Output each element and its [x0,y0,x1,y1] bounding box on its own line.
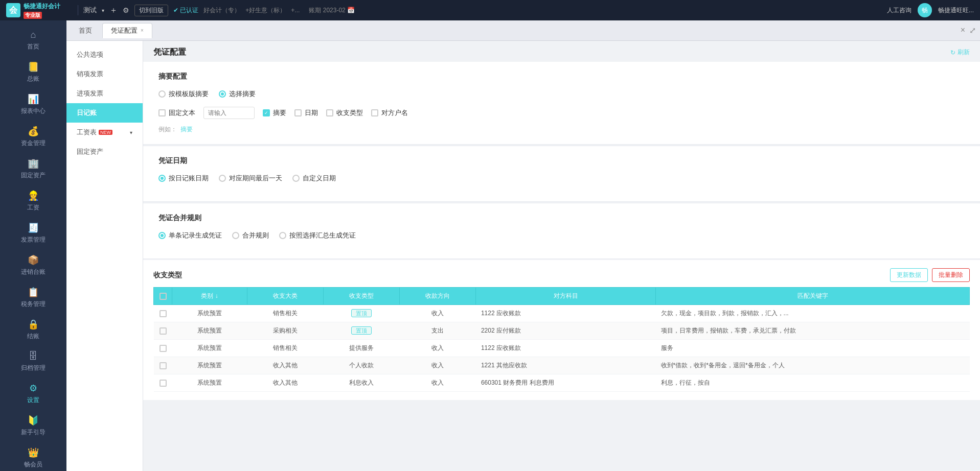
topbar-add-button[interactable]: ＋ [109,5,118,16]
sidebar-item-invoices[interactable]: 🧾 发票管理 [0,217,66,249]
cell-main-type-4: 收入其他 [247,374,323,392]
cell-checkbox-3[interactable] [154,357,172,374]
direction-tag-1[interactable]: 置顶 [351,326,372,335]
logo-text-wrapper: 畅捷通好会计 专业版 [24,2,60,19]
row-checkbox-4[interactable] [159,380,167,387]
sidebar-item-ledger[interactable]: 📒 总账 [0,56,66,88]
radio-custom-date[interactable]: 自定义日期 [292,174,336,183]
fixed-text-input[interactable] [203,107,255,119]
reports-icon: 📊 [28,93,39,105]
income-expense-title: 收支类型 [153,271,182,280]
income-expense-section: 收支类型 更新数据 批量删除 类别 ↓ [143,260,980,400]
update-data-button[interactable]: 更新数据 [890,268,928,282]
cell-keywords-0: 欠款，现金，项目款，到款，报销款，汇入，... [656,305,970,322]
cell-checkbox-0[interactable] [154,305,172,322]
sidebar-item-label-member: 畅会员 [24,460,42,469]
sidebar-item-member[interactable]: 👑 畅会员 [0,442,66,471]
left-panel-label-purchase-invoice: 进项发票 [77,89,103,98]
sidebar-item-label-settings: 设置 [27,396,39,405]
th-category[interactable]: 类别 ↓ [172,288,247,305]
checkbox-counterpart-label: 对方户名 [381,108,408,117]
sidebar-item-label-funds: 资金管理 [21,139,45,148]
radio-select-label: 选择摘要 [229,89,256,99]
user-avatar[interactable]: 畅 [918,3,932,17]
left-panel-label-journal: 日记账 [77,108,97,117]
sidebar-item-guide[interactable]: 🔰 新手引导 [0,410,66,442]
sidebar-item-home[interactable]: ⌂ 首页 [0,25,66,56]
left-panel: 公共选项 销项发票 进项发票 日记账 工资表 NEW ▾ 固定资产 [66,41,143,471]
row-checkbox-3[interactable] [159,362,167,369]
sidebar-item-label-archive: 归档管理 [21,364,45,372]
checkbox-summary[interactable]: 摘要 [263,108,286,117]
sidebar-item-fixed-assets[interactable]: 🏢 固定资产 [0,153,66,185]
checkbox-fixed-text[interactable]: 固定文本 [158,108,195,117]
batch-delete-button[interactable]: 批量删除 [932,268,970,282]
table-actions: 更新数据 批量删除 [890,268,970,282]
cell-checkbox-1[interactable] [154,322,172,340]
voucher-date-radio-group: 按日记账日期 对应期间最后一天 自定义日期 [158,174,965,183]
direction-tag-0[interactable]: 置顶 [351,309,372,317]
left-panel-item-sales-invoice[interactable]: 销项发票 [66,64,143,84]
support-label[interactable]: 人工咨询 [887,6,911,15]
topbar-divider [78,5,78,15]
th-sub-type: 收支类型 [324,288,400,305]
page-title: 凭证配置 [153,47,186,58]
radio-single-record[interactable]: 单条记录生成凭证 [158,231,222,240]
tab-home[interactable]: 首页 [71,23,100,38]
row-checkbox-0[interactable] [159,310,167,317]
cell-category-1: 系统预置 [172,322,247,340]
sidebar-item-reports[interactable]: 📊 报表中心 [0,88,66,121]
radio-custom-date-label: 自定义日期 [303,174,336,183]
th-checkbox[interactable] [154,288,172,305]
cell-direction-1: 支出 [400,322,476,340]
sidebar-item-tax[interactable]: 📋 税务管理 [0,281,66,314]
row-checkbox-2[interactable] [159,345,167,352]
radio-select-summary[interactable]: 选择摘要 [219,89,256,99]
voucher-merge-radio-group: 单条记录生成凭证 合并规则 按照选择汇总生成凭证 [158,231,965,240]
sidebar-item-settings[interactable]: ⚙ 设置 [0,378,66,410]
sidebar-item-sales[interactable]: 📦 进销台账 [0,249,66,281]
left-panel-item-public[interactable]: 公共选项 [66,45,143,64]
tab-close-icon[interactable]: × [141,28,144,33]
expand-tab-action[interactable]: ⤢ [969,26,976,35]
sidebar-item-close[interactable]: 🔒 结账 [0,314,66,346]
funds-icon: 💰 [28,126,39,137]
radio-aggregate[interactable]: 按照选择汇总生成凭证 [279,231,356,240]
tab-voucher-config[interactable]: 凭证配置 × [102,23,152,38]
tab-voucher-config-label: 凭证配置 [111,26,138,35]
refresh-button[interactable]: ↻ 刷新 [950,48,970,57]
select-all-checkbox[interactable] [159,293,167,300]
topbar-gear-icon[interactable]: ⚙ [123,6,129,14]
close-tab-action[interactable]: × [961,26,965,35]
cell-direction-4: 收入 [400,374,476,392]
radio-template-summary[interactable]: 按模板版摘要 [158,89,209,99]
table-row: 系统预置 收入其他 利息收入 收入 660301 财务费用 利息费用 利息，行征… [154,374,970,392]
sidebar-item-funds[interactable]: 💰 资金管理 [0,121,66,153]
sidebar-item-label-ledger: 总账 [27,75,39,83]
radio-period-last-day[interactable]: 对应期间最后一天 [219,174,282,183]
topbar-dropdown-arrow[interactable]: ▾ [102,8,104,13]
radio-journal-date[interactable]: 按日记账日期 [158,174,209,183]
checkbox-counterpart-name[interactable]: 对方户名 [371,108,408,117]
radio-period-last-day-label: 对应期间最后一天 [229,174,282,183]
row-checkbox-1[interactable] [159,327,167,335]
checkbox-income-type[interactable]: 收支类型 [326,108,363,117]
cell-keywords-4: 利息，行征，按自 [656,374,970,392]
radio-custom-date-circle [292,175,300,182]
switch-old-version-button[interactable]: 切到旧版 [134,5,168,16]
period-label: 账期 2023-02 📅 [309,6,355,15]
left-panel-item-journal[interactable]: 日记账 [66,103,143,123]
left-panel-item-purchase-invoice[interactable]: 进项发票 [66,84,143,103]
cell-checkbox-4[interactable] [154,374,172,392]
radio-merge-rule[interactable]: 合并规则 [232,231,269,240]
invoices-icon: 🧾 [28,222,39,233]
checkbox-date[interactable]: 日期 [294,108,318,117]
archive-icon: 🗄 [29,351,38,362]
checkbox-summary-label: 摘要 [273,108,286,117]
sidebar-item-archive[interactable]: 🗄 归档管理 [0,346,66,378]
cell-category-2: 系统预置 [172,340,247,357]
cell-checkbox-2[interactable] [154,340,172,357]
left-panel-item-payroll[interactable]: 工资表 NEW ▾ [66,123,143,142]
sidebar-item-payroll[interactable]: 👷 工资 [0,185,66,217]
left-panel-item-fixed-assets[interactable]: 固定资产 [66,142,143,161]
